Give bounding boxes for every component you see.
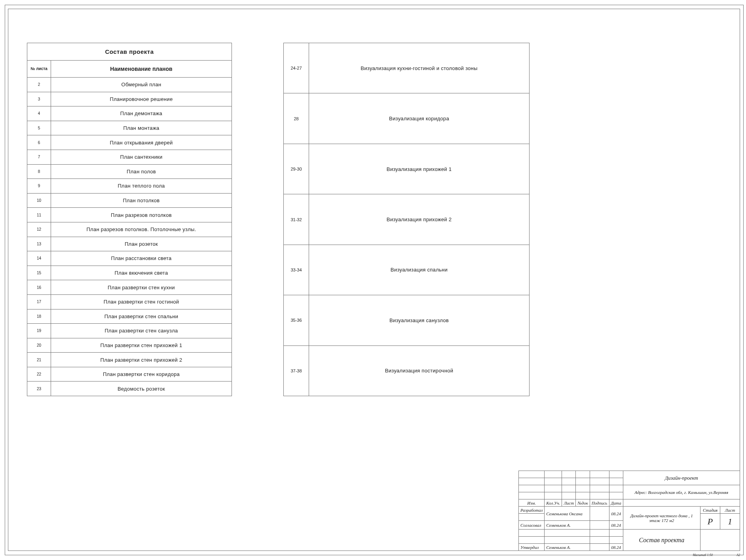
contents-table-left: Состав проекта № листа Наименование план… [27, 43, 232, 396]
table-row: 22План развертки стен коридора [27, 367, 232, 382]
table-row: 7План сантехники [27, 150, 232, 164]
table-row: 19План развертки стен санузла [27, 324, 232, 338]
tb-role [519, 530, 545, 537]
row-name: План сантехники [51, 150, 232, 164]
row-num: 24-27 [284, 43, 309, 93]
row-name: План вкючения света [51, 266, 232, 280]
tb-project-type: Дизайн-проект [623, 471, 740, 485]
tb-date [609, 530, 623, 537]
row-num: 3 [27, 92, 51, 106]
row-name: План развертки стен прихожей 2 [51, 353, 232, 367]
table-row: 6План открывания дверей [27, 135, 232, 150]
tb-role: Утвердил [519, 544, 545, 551]
table-row: 24-27Визуализация кухни-гостиной и столо… [284, 43, 530, 93]
row-name: Визуализация прихожей 2 [309, 194, 530, 245]
tb-hdr-koluch: Кол.Уч. [545, 499, 562, 507]
row-num: 33-34 [284, 245, 309, 295]
tb-role: Согласовал [519, 521, 545, 530]
col-header-name: Наименование планов [51, 61, 232, 78]
tb-hdr-list: Лист [562, 499, 576, 507]
table-row: 2Обмерный план [27, 78, 232, 92]
table-row: 4План демонтажа [27, 106, 232, 121]
tb-sheet-label: Лист [720, 507, 740, 514]
row-name: План развертки стен гостиной [51, 294, 232, 309]
row-num: 31-32 [284, 194, 309, 245]
table-row: 13План розеток [27, 237, 232, 251]
row-name: План развертки стен кухни [51, 280, 232, 295]
table-row: 33-34Визуализация спальни [284, 245, 530, 295]
table-row: 5План монтажа [27, 121, 232, 135]
table-row: 20План развертки стен прихожей 1 [27, 338, 232, 353]
row-num: 8 [27, 164, 51, 179]
row-name: Визуализация коридора [309, 93, 530, 144]
row-name: Визуализация прихожей 1 [309, 144, 530, 194]
row-num: 20 [27, 338, 51, 353]
table-row: 10План потолков [27, 193, 232, 208]
table-row: 18План развертки стен спальни [27, 309, 232, 324]
table-row: 28Визуализация коридора [284, 93, 530, 144]
row-num: 4 [27, 106, 51, 121]
row-num: 17 [27, 294, 51, 309]
title-block: Дизайн-проект Адрес: Волгоградская обл, … [518, 471, 740, 551]
row-num: 19 [27, 324, 51, 338]
table-row: 21План развертки стен прихожей 2 [27, 353, 232, 367]
row-num: 29-30 [284, 144, 309, 194]
row-num: 7 [27, 150, 51, 164]
tb-name: Семенькова Оксана [545, 507, 590, 521]
table-row: 14План расстановки света [27, 251, 232, 266]
table-row: 35-36Визуализация санузлов [284, 295, 530, 345]
tb-sheet-title: Состав проекта [623, 530, 700, 551]
row-name: План расстановки света [51, 251, 232, 266]
row-num: 23 [27, 382, 51, 396]
tb-hdr-ndok: №док [576, 499, 590, 507]
row-name: Обмерный план [51, 78, 232, 92]
row-num: 22 [27, 367, 51, 382]
tb-scale: Масштаб 1:50 [693, 553, 713, 557]
row-num: 14 [27, 251, 51, 266]
tb-hdr-data: Дата [609, 499, 623, 507]
row-name: План розеток [51, 237, 232, 251]
tb-role: Разработал [519, 507, 545, 514]
col-header-num: № листа [27, 61, 51, 78]
tb-project-name: Дизайн-проект частного дома , 1 этаж 172… [623, 507, 700, 530]
tb-name [545, 530, 590, 537]
tb-stage-label: Стадия [700, 507, 720, 514]
tb-format: А2 [737, 553, 740, 557]
table-title: Состав проекта [27, 43, 232, 61]
table-row: 17План развертки стен гостиной [27, 294, 232, 309]
row-name: План демонтажа [51, 106, 232, 121]
row-name: План развертки стен прихожей 1 [51, 338, 232, 353]
row-name: Визуализация санузлов [309, 295, 530, 345]
tb-date: 08.24 [609, 521, 623, 530]
row-num: 21 [27, 353, 51, 367]
row-num: 5 [27, 121, 51, 135]
row-num: 28 [284, 93, 309, 144]
tb-date: 08.24 [609, 544, 623, 551]
table-row: 15План вкючения света [27, 266, 232, 280]
row-name: Планировочное решение [51, 92, 232, 106]
row-name: План развертки стен коридора [51, 367, 232, 382]
row-name: Визуализация постирочной [309, 345, 530, 396]
row-name: План потолков [51, 193, 232, 208]
row-num: 2 [27, 78, 51, 92]
tb-name: Семеньков А. [545, 544, 590, 551]
row-name: Визуализация кухни-гостиной и столовой з… [309, 43, 530, 93]
table-row: 8План полов [27, 164, 232, 179]
contents-table-right: 24-27Визуализация кухни-гостиной и столо… [283, 43, 530, 396]
row-num: 6 [27, 135, 51, 150]
row-num: 15 [27, 266, 51, 280]
table-row: 23Ведомость розеток [27, 382, 232, 396]
tb-hdr-podpis: Подпись [590, 499, 609, 507]
row-num: 18 [27, 309, 51, 324]
tb-stage: Р [700, 514, 720, 530]
table-row: 9План теплого пола [27, 179, 232, 194]
row-num: 37-38 [284, 345, 309, 396]
table-row: 37-38Визуализация постирочной [284, 345, 530, 396]
table-row: 12План разрезов потолков. Потолочные узл… [27, 222, 232, 237]
row-name: План полов [51, 164, 232, 179]
tb-date: 08.24 [609, 507, 623, 521]
row-name: План теплого пола [51, 179, 232, 194]
table-row: 11План разрезов потолков [27, 208, 232, 222]
row-name: План развертки стен санузла [51, 324, 232, 338]
tb-hdr-izm: Изм. [519, 499, 545, 507]
